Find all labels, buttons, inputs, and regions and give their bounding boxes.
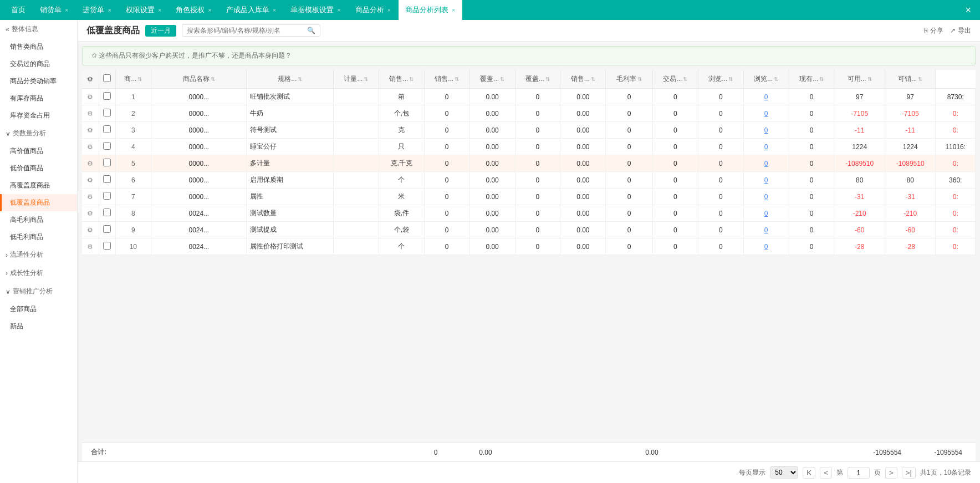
row-browse1[interactable]: 0 <box>743 122 789 139</box>
row-settings[interactable]: ⚙ <box>82 122 99 139</box>
sidebar-item-category-rate[interactable]: 商品分类动销率 <box>0 73 77 90</box>
row-settings[interactable]: ⚙ <box>82 172 99 189</box>
nav-tab-analysis[interactable]: 商品分析 × <box>349 0 397 20</box>
row-checkbox[interactable] <box>99 238 115 255</box>
row-checkbox[interactable] <box>99 222 115 238</box>
close-icon[interactable]: × <box>158 7 161 13</box>
row-settings[interactable]: ⚙ <box>82 189 99 205</box>
sidebar-section-liquidity[interactable]: › 流通性分析 <box>0 246 77 264</box>
col-checkbox[interactable] <box>99 70 115 89</box>
first-page-button[interactable]: K <box>803 467 815 479</box>
sidebar-section-overall[interactable]: « 整体信息 <box>0 20 77 38</box>
nav-tab-purchase[interactable]: 进货单 × <box>76 0 118 20</box>
sidebar-item-high-coverage[interactable]: 高覆盖度商品 <box>0 177 77 194</box>
sidebar-item-low-margin[interactable]: 低毛利商品 <box>0 228 77 246</box>
close-all-button[interactable]: × <box>961 4 976 16</box>
table-container[interactable]: ⚙ 商...⇅ 商品名称⇅ 规格...⇅ 计量...⇅ 销售...⇅ 销售...… <box>82 70 976 443</box>
nav-tab-permissions[interactable]: 权限设置 × <box>119 0 168 20</box>
row-checkbox[interactable] <box>99 205 115 222</box>
col-trade[interactable]: 交易...⇅ <box>652 70 698 89</box>
col-browse1[interactable]: 浏览...⇅ <box>698 70 743 89</box>
sidebar-item-capital[interactable]: 库存资金占用 <box>0 107 77 124</box>
row-browse1[interactable]: 0 <box>743 189 789 205</box>
row-checkbox[interactable] <box>99 155 115 172</box>
sidebar-section-marketing[interactable]: ∨ 营销推广分析 <box>0 282 77 301</box>
row-browse1[interactable]: 0 <box>743 205 789 222</box>
close-icon[interactable]: × <box>387 7 391 13</box>
row-checkbox[interactable] <box>99 189 115 205</box>
sidebar-item-all-goods[interactable]: 全部商品 <box>0 301 77 318</box>
col-sales-qty[interactable]: 销售...⇅ <box>379 70 424 89</box>
row-checkbox[interactable] <box>99 105 115 122</box>
next-page-button[interactable]: > <box>885 467 897 479</box>
sidebar-item-new-goods[interactable]: 新品 <box>0 318 77 335</box>
row-browse1[interactable]: 0 <box>743 155 789 172</box>
row-settings[interactable]: ⚙ <box>82 105 99 122</box>
close-icon[interactable]: × <box>65 7 68 13</box>
sidebar-item-sales-goods[interactable]: 销售类商品 <box>0 38 77 55</box>
close-icon[interactable]: × <box>273 7 276 13</box>
row-browse1[interactable]: 0 <box>743 222 789 238</box>
row-checkbox[interactable] <box>99 139 115 155</box>
page-number-input[interactable] <box>848 467 870 479</box>
col-unit[interactable]: 计量...⇅ <box>334 70 379 89</box>
row-checkbox[interactable] <box>99 89 115 105</box>
col-saleable[interactable]: 可销...⇅ <box>885 70 936 89</box>
sidebar-item-low-value[interactable]: 低价值商品 <box>0 160 77 177</box>
row-settings[interactable]: ⚙ <box>82 205 99 222</box>
nav-tab-warehouse[interactable]: 产成品入库单 × <box>220 0 283 20</box>
search-icon[interactable]: 🔍 <box>307 27 315 34</box>
sidebar-section-growth[interactable]: › 成长性分析 <box>0 264 77 282</box>
row-browse1[interactable]: 0 <box>743 238 789 255</box>
share-button[interactable]: ⎘ 分享 <box>924 26 943 35</box>
close-icon[interactable]: × <box>337 7 340 13</box>
col-current-stock[interactable]: 现有...⇅ <box>789 70 834 89</box>
row-checkbox[interactable] <box>99 172 115 189</box>
time-filter-button[interactable]: 近一月 <box>145 25 176 37</box>
sidebar-item-high-value[interactable]: 高价值商品 <box>0 143 77 160</box>
row-coverage1: 0 <box>515 105 560 122</box>
row-browse1[interactable]: 0 <box>743 105 789 122</box>
nav-tab-sales[interactable]: 销货单 × <box>33 0 75 20</box>
prev-page-button[interactable]: < <box>820 467 832 479</box>
row-code: 0024... <box>151 238 247 255</box>
col-sales3[interactable]: 销售...⇅ <box>560 70 606 89</box>
col-settings[interactable]: ⚙ <box>82 70 99 89</box>
row-browse1[interactable]: 0 <box>743 89 789 105</box>
col-available[interactable]: 可用...⇅ <box>834 70 885 89</box>
col-coverage1[interactable]: 覆盖...⇅ <box>469 70 515 89</box>
last-page-button[interactable]: >| <box>902 467 916 479</box>
col-sales-amt[interactable]: 销售...⇅ <box>424 70 469 89</box>
nav-tab-analysis-list[interactable]: 商品分析列表 × <box>399 0 462 20</box>
nav-tab-home[interactable]: 首页 <box>4 0 32 20</box>
row-sales-qty: 0 <box>424 155 469 172</box>
row-settings[interactable]: ⚙ <box>82 222 99 238</box>
sidebar-item-traded-goods[interactable]: 交易过的商品 <box>0 55 77 73</box>
sidebar-section-quantity[interactable]: ∨ 类数量分析 <box>0 124 77 143</box>
export-button[interactable]: ↗ 导出 <box>950 26 971 35</box>
nav-tab-roles[interactable]: 角色授权 × <box>169 0 218 20</box>
close-icon[interactable]: × <box>452 7 455 13</box>
sidebar-item-in-stock[interactable]: 有库存商品 <box>0 90 77 107</box>
page-size-select[interactable]: 50 100 200 <box>770 466 798 479</box>
row-settings[interactable]: ⚙ <box>82 139 99 155</box>
col-coverage2[interactable]: 覆盖...⇅ <box>515 70 560 89</box>
sidebar-item-high-margin[interactable]: 高毛利商品 <box>0 211 77 228</box>
col-code[interactable]: 商...⇅ <box>115 70 151 89</box>
nav-tab-templates[interactable]: 单据模板设置 × <box>284 0 347 20</box>
row-checkbox[interactable] <box>99 122 115 139</box>
col-gross-margin[interactable]: 毛利率⇅ <box>606 70 653 89</box>
row-settings[interactable]: ⚙ <box>82 238 99 255</box>
col-spec[interactable]: 规格...⇅ <box>247 70 334 89</box>
sidebar-item-low-coverage[interactable]: 低覆盖度商品 <box>0 194 77 211</box>
row-browse1[interactable]: 0 <box>743 172 789 189</box>
close-icon[interactable]: × <box>208 7 211 13</box>
row-browse1[interactable]: 0 <box>743 139 789 155</box>
search-input[interactable] <box>187 27 305 34</box>
col-name[interactable]: 商品名称⇅ <box>151 70 247 89</box>
row-settings[interactable]: ⚙ <box>82 155 99 172</box>
select-all-checkbox[interactable] <box>103 74 111 82</box>
col-browse2[interactable]: 浏览...⇅ <box>743 70 789 89</box>
close-icon[interactable]: × <box>108 7 111 13</box>
row-settings[interactable]: ⚙ <box>82 89 99 105</box>
